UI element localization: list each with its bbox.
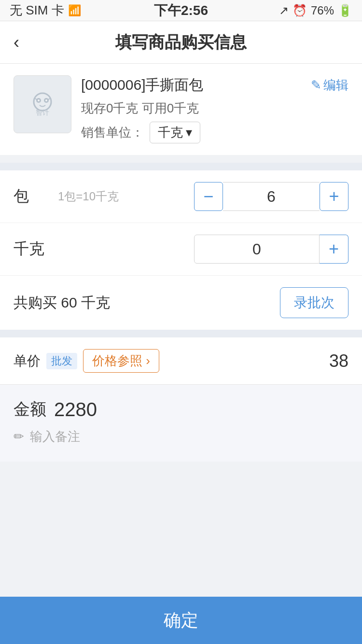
nav-bar: ‹ 填写商品购买信息 <box>0 21 362 64</box>
price-batch-tag: 批发 <box>46 353 77 369</box>
amount-row: 金额 2280 <box>14 398 348 420</box>
remark-row[interactable]: ✏ 输入备注 <box>14 428 348 445</box>
product-info: [0000006]手撕面包 ✎ 编辑 现存0千克 可用0千克 销售单位： 千克 … <box>81 75 348 143</box>
back-button[interactable]: ‹ <box>14 32 19 53</box>
amount-value: 2280 <box>54 399 97 420</box>
wifi-icon: 📶 <box>68 4 81 17</box>
package-hint: 1包=10千克 <box>58 189 194 204</box>
product-name: [0000006]手撕面包 <box>81 75 203 95</box>
kg-input-row: 千克 + <box>0 223 362 275</box>
battery-icon: 🔋 <box>338 4 352 17</box>
product-unit-row: 销售单位： 千克 ▾ <box>81 122 348 143</box>
price-ref-button[interactable]: 价格参照 › <box>83 349 159 373</box>
price-value: 38 <box>329 351 348 371</box>
product-stock: 现存0千克 可用0千克 <box>81 100 348 117</box>
remark-text: 输入备注 <box>30 428 80 445</box>
amount-section: 金额 2280 ✏ 输入备注 <box>0 384 362 462</box>
status-right: ↗ ⏰ 76% 🔋 <box>279 4 352 17</box>
edit-button[interactable]: ✎ 编辑 <box>311 77 348 94</box>
svg-point-0 <box>34 93 51 111</box>
svg-text:智计: 智计 <box>36 109 49 116</box>
kg-controls: + <box>194 235 348 264</box>
unit-select[interactable]: 千克 ▾ <box>150 122 200 143</box>
product-name-row: [0000006]手撕面包 ✎ 编辑 <box>81 75 348 95</box>
svg-point-4 <box>45 99 47 101</box>
package-plus-button[interactable]: + <box>320 182 348 211</box>
product-image: 智计 <box>14 75 71 133</box>
alarm-icon: ⏰ <box>292 4 307 17</box>
summary-section: 共购买 60 千克 录批次 <box>0 275 362 330</box>
page-title: 填写商品购买信息 <box>115 31 247 54</box>
confirm-button[interactable]: 确定 <box>0 597 362 644</box>
unit-value: 千克 <box>158 124 183 141</box>
unit-label: 销售单位： <box>81 124 144 141</box>
svg-point-3 <box>38 99 40 101</box>
divider-1 <box>0 163 362 170</box>
status-bar: 无 SIM 卡 📶 下午2:56 ↗ ⏰ 76% 🔋 <box>0 0 362 21</box>
amount-label: 金额 <box>14 398 46 420</box>
package-minus-button[interactable]: − <box>194 182 223 211</box>
price-label: 单价 <box>14 352 41 370</box>
kg-plus-button[interactable]: + <box>320 235 348 264</box>
kg-input[interactable] <box>194 235 320 264</box>
product-logo-icon: 智计 <box>28 90 57 119</box>
confirm-button-label: 确定 <box>164 609 198 632</box>
location-icon: ↗ <box>279 4 289 17</box>
status-left: 无 SIM 卡 📶 <box>10 2 81 19</box>
package-input[interactable] <box>223 182 320 211</box>
back-icon: ‹ <box>14 32 19 52</box>
kg-label: 千克 <box>14 238 52 260</box>
dropdown-icon: ▾ <box>186 125 192 140</box>
summary-text: 共购买 60 千克 <box>14 293 110 313</box>
battery-text: 76% <box>311 4 334 17</box>
package-controls: − + <box>194 182 348 211</box>
edit-icon: ✎ <box>311 78 321 93</box>
gray-fill <box>0 462 362 606</box>
carrier-text: 无 SIM 卡 <box>10 2 64 19</box>
remark-icon: ✏ <box>14 429 24 444</box>
edit-label: 编辑 <box>323 77 348 94</box>
status-time: 下午2:56 <box>154 1 208 20</box>
batch-button[interactable]: 录批次 <box>280 287 348 318</box>
package-input-row: 包 1包=10千克 − + <box>0 170 362 223</box>
package-label: 包 <box>14 186 52 207</box>
price-section: 单价 批发 价格参照 › 38 <box>0 330 362 384</box>
input-section: 包 1包=10千克 − + 千克 + 共购买 60 千克 录批次 <box>0 170 362 330</box>
product-section: 智计 [0000006]手撕面包 ✎ 编辑 现存0千克 可用0千克 销售单位： … <box>0 64 362 155</box>
